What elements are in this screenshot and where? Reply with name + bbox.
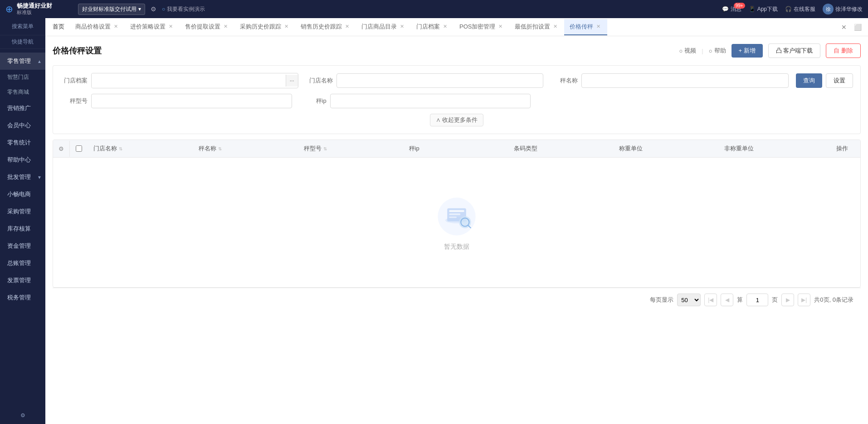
sidebar: 搜索菜单 快捷导航 零售管理 ▲ 智慧门店 零售商城 营销推广 会员中心 零售统… <box>0 18 45 424</box>
logo-title: 畅捷通好业财 <box>17 2 52 10</box>
add-button[interactable]: + 新增 <box>731 44 763 58</box>
sidebar-item-retail-label: 零售管理 <box>7 57 31 65</box>
app-download-button[interactable]: 📱 App下载 <box>749 5 778 13</box>
tab-home[interactable]: 首页 <box>47 19 70 35</box>
tab-bar: 首页 商品价格设置 ✕ 进价策略设置 ✕ 售价提取设置 ✕ 采购历史价跟踪 ✕ <box>45 18 868 36</box>
tab-purchase-strategy[interactable]: 进价策略设置 ✕ <box>125 19 180 35</box>
version-settings-button[interactable]: ⚙ <box>149 4 158 14</box>
scale-name-input[interactable] <box>581 73 789 88</box>
total-info: 共0页, 0条记录 <box>814 296 853 304</box>
sidebar-item-marketing[interactable]: 营销推广 <box>0 100 45 117</box>
maximize-button[interactable]: ⬜ <box>851 22 864 33</box>
scale-ip-input[interactable] <box>330 94 531 108</box>
sidebar-item-inventory[interactable]: 库存核算 <box>0 220 45 237</box>
version-selector[interactable]: 好业财标准版交付试用 ▾ <box>78 4 145 15</box>
tab-sale-price-close[interactable]: ✕ <box>222 23 229 30</box>
settings-inline-button[interactable]: 设置 <box>826 73 853 88</box>
scale-model-input[interactable] <box>91 94 292 108</box>
sidebar-item-ledger[interactable]: 总账管理 <box>0 255 45 272</box>
store-file-label: 门店档案 <box>60 77 88 85</box>
next-page-button[interactable]: ▶ <box>781 294 794 306</box>
user-menu[interactable]: 徐 徐泽华修改 <box>823 4 863 14</box>
tab-price-scale-close[interactable]: ✕ <box>595 23 602 30</box>
sidebar-item-invoice-label: 发票管理 <box>7 276 31 284</box>
delete-button[interactable]: 自 删除 <box>826 43 861 58</box>
tab-store-catalog[interactable]: 门店商品目录 ✕ <box>356 19 411 35</box>
th-scale-ip-label: 秤ip <box>409 145 419 153</box>
main-layout: 搜索菜单 快捷导航 零售管理 ▲ 智慧门店 零售商城 营销推广 会员中心 零售统… <box>0 18 868 424</box>
tab-pos-encrypt-close[interactable]: ✕ <box>497 23 504 30</box>
store-file-input[interactable] <box>92 73 286 88</box>
tab-price-scale[interactable]: 价格传秤 ✕ <box>564 19 607 35</box>
store-name-field: 门店名称 <box>306 73 544 88</box>
page-suffix-label: 页 <box>772 296 778 304</box>
tab-bar-actions: ✕ ⬜ <box>837 22 866 33</box>
store-file-browse-button[interactable]: ··· <box>286 75 298 87</box>
tab-sale-history[interactable]: 销售历史价跟踪 ✕ <box>295 19 356 35</box>
sidebar-settings-button[interactable]: ⚙ <box>0 407 45 424</box>
video-link[interactable]: ○ 视频 <box>679 47 696 55</box>
tab-sale-history-label: 销售历史价跟踪 <box>301 23 342 31</box>
tab-pos-encrypt-label: POS加密管理 <box>459 23 495 31</box>
sidebar-item-ecom[interactable]: 小畅电商 <box>0 186 45 203</box>
tab-min-discount-close[interactable]: ✕ <box>552 23 559 30</box>
top-bar: ⊕ 畅捷通好业财 标准版 好业财标准版交付试用 ▾ ⚙ ○ 我要看实例演示 💬 … <box>0 0 868 18</box>
tab-store-files-close[interactable]: ✕ <box>442 23 449 30</box>
search-button[interactable]: 查询 <box>796 73 822 88</box>
per-page-select[interactable]: 50 10 20 100 <box>677 294 701 306</box>
logo-subtitle: 标准版 <box>17 9 52 16</box>
sort-scale-name-icon[interactable]: ⇅ <box>218 146 222 151</box>
sidebar-item-invoice[interactable]: 发票管理 <box>0 272 45 289</box>
collapse-button[interactable]: ∧ 收起更多条件 <box>430 114 484 126</box>
sidebar-item-inventory-label: 库存核算 <box>7 225 31 233</box>
tab-price-settings[interactable]: 商品价格设置 ✕ <box>70 19 125 35</box>
sidebar-item-marketing-label: 营销推广 <box>7 104 31 112</box>
th-scale-model: 秤型号 ⇅ <box>298 140 404 157</box>
first-page-button[interactable]: |◀ <box>704 294 717 306</box>
tab-purchase-history-close[interactable]: ✕ <box>283 23 290 30</box>
sidebar-item-smart-store[interactable]: 智慧门店 <box>0 70 45 85</box>
sidebar-item-tax[interactable]: 税务管理 <box>0 289 45 306</box>
sidebar-item-retail-stats[interactable]: 零售统计 <box>0 134 45 151</box>
page-number-input[interactable] <box>746 294 768 306</box>
sidebar-quick-nav[interactable]: 快捷导航 <box>0 35 45 49</box>
tab-pos-encrypt[interactable]: POS加密管理 ✕ <box>454 19 509 35</box>
sidebar-item-tax-label: 税务管理 <box>7 294 31 302</box>
tab-purchase-history[interactable]: 采购历史价跟踪 ✕ <box>234 19 295 35</box>
sidebar-item-finance[interactable]: 资金管理 <box>0 237 45 255</box>
select-all-checkbox[interactable] <box>76 145 82 152</box>
help-link[interactable]: ○ 帮助 <box>709 47 726 55</box>
tab-store-catalog-close[interactable]: ✕ <box>399 23 405 30</box>
download-button[interactable]: 凸 客户端下载 <box>768 43 821 58</box>
th-non-weight-unit-label: 非称重单位 <box>724 145 754 153</box>
tab-purchase-strategy-close[interactable]: ✕ <box>167 23 174 30</box>
sidebar-item-retail[interactable]: 零售管理 ▲ <box>0 53 45 70</box>
sort-scale-model-icon[interactable]: ⇅ <box>323 146 327 151</box>
pagination: 每页显示 50 10 20 100 |◀ ◀ 算 页 ▶ ▶| 共0页, 0条记… <box>53 288 861 312</box>
tab-sale-price[interactable]: 售价提取设置 ✕ <box>180 19 234 35</box>
tab-min-discount[interactable]: 最低折扣设置 ✕ <box>509 19 564 35</box>
tab-store-files[interactable]: 门店档案 ✕ <box>411 19 454 35</box>
sidebar-search[interactable]: 搜索菜单 <box>0 18 45 35</box>
sidebar-item-help[interactable]: 帮助中心 <box>0 151 45 169</box>
sidebar-item-member[interactable]: 会员中心 <box>0 117 45 134</box>
page-content: 价格传秤设置 ○ 视频 | ○ 帮助 + 新增 凸 客户端下载 自 <box>45 36 868 424</box>
scale-ip-field: 秤ip <box>299 94 531 108</box>
sort-store-name-icon[interactable]: ⇅ <box>119 146 122 151</box>
prev-page-button[interactable]: ◀ <box>721 294 733 306</box>
form-row-2: 秤型号 秤ip <box>60 94 853 108</box>
sidebar-item-purchase[interactable]: 采购管理 <box>0 203 45 220</box>
tab-price-settings-close[interactable]: ✕ <box>112 23 119 30</box>
table-column-settings-icon[interactable]: ⚙ <box>53 141 70 157</box>
store-name-label: 门店名称 <box>306 77 333 85</box>
sidebar-item-retail-mall[interactable]: 零售商城 <box>0 85 45 100</box>
demo-link[interactable]: ○ 我要看实例演示 <box>162 5 205 13</box>
sidebar-item-wholesale[interactable]: 批发管理 ▼ <box>0 169 45 186</box>
store-name-input[interactable] <box>336 73 544 88</box>
close-all-tabs-button[interactable]: ✕ <box>839 22 849 33</box>
last-page-button[interactable]: ▶| <box>798 294 810 306</box>
online-service-button[interactable]: 🎧 在线客服 <box>785 5 815 13</box>
tab-sale-history-close[interactable]: ✕ <box>344 23 351 30</box>
action-buttons: 查询 设置 <box>796 73 853 88</box>
message-button[interactable]: 💬 消息 99+ <box>722 5 741 13</box>
